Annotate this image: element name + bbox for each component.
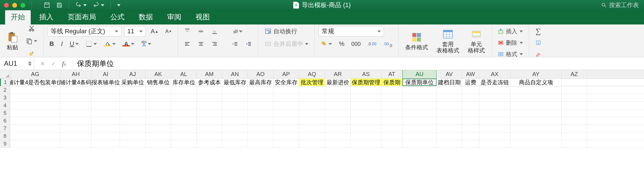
row-header[interactable]: 4 [0, 102, 10, 109]
cell[interactable] [351, 117, 381, 124]
cell[interactable] [562, 86, 587, 94]
cell[interactable] [197, 102, 222, 109]
cell[interactable] [462, 117, 479, 124]
cell[interactable]: 建档日期 [437, 79, 462, 86]
cell[interactable] [402, 140, 437, 148]
cell[interactable] [222, 117, 248, 124]
cell[interactable] [92, 140, 120, 148]
cell[interactable] [462, 109, 479, 117]
cell[interactable] [171, 102, 197, 109]
cell[interactable] [222, 132, 248, 140]
undo-button[interactable] [75, 2, 87, 8]
cell[interactable]: 运费 [462, 79, 479, 86]
align-bottom-button[interactable] [209, 26, 220, 36]
cell[interactable] [60, 102, 92, 109]
cell[interactable] [299, 140, 325, 148]
insert-cells-button[interactable]: 插入 [496, 26, 525, 36]
paste-button[interactable]: 粘贴 [4, 31, 21, 51]
cell[interactable]: 最低库存 [222, 79, 248, 86]
cell[interactable] [248, 102, 273, 109]
cell[interactable]: 辅计量4条码 [60, 79, 92, 86]
column-header[interactable]: AR [325, 70, 351, 78]
cell[interactable] [171, 117, 197, 124]
cell[interactable] [325, 102, 351, 109]
cell[interactable] [510, 86, 562, 94]
cell[interactable] [381, 132, 402, 140]
spreadsheet-grid[interactable]: AGAHAIAJAKALAMANAOAPAQARASATAUAVAWAXAYAZ… [0, 70, 644, 148]
cell[interactable] [171, 109, 197, 117]
cell[interactable] [510, 125, 562, 132]
tab-insert[interactable]: 插入 [34, 10, 59, 24]
cell[interactable] [510, 117, 562, 124]
cell[interactable] [402, 109, 437, 117]
enter-formula-button[interactable]: ✓ [51, 60, 56, 67]
row-header[interactable]: 9 [0, 140, 10, 148]
cell[interactable] [273, 102, 299, 109]
cell[interactable] [381, 94, 402, 101]
cell[interactable] [171, 132, 197, 140]
cell[interactable] [562, 117, 587, 124]
cell[interactable] [120, 140, 146, 148]
cell[interactable] [479, 125, 510, 132]
cell[interactable] [10, 102, 60, 109]
cell[interactable] [197, 132, 222, 140]
close-window-button[interactable] [4, 3, 9, 8]
cell[interactable] [381, 117, 402, 124]
cell[interactable] [10, 125, 60, 132]
column-header[interactable]: AK [146, 70, 171, 78]
row-header[interactable]: 3 [0, 94, 10, 101]
cell[interactable]: 保质期管理 [351, 79, 381, 86]
cell[interactable] [222, 140, 248, 148]
minimize-window-button[interactable] [12, 3, 17, 8]
cell[interactable] [273, 132, 299, 140]
number-format-combo[interactable]: 常规 [319, 26, 384, 36]
cell[interactable] [273, 94, 299, 101]
cell[interactable] [273, 86, 299, 94]
cell[interactable] [351, 125, 381, 132]
cell[interactable] [462, 125, 479, 132]
accounting-format-button[interactable] [319, 39, 334, 49]
cell[interactable]: 安全库存 [273, 79, 299, 86]
cell[interactable] [222, 125, 248, 132]
merge-center-button[interactable]: 合并后居中 [262, 39, 310, 49]
cell[interactable]: 采购单位 [120, 79, 146, 86]
cell[interactable] [562, 125, 587, 132]
customize-qat-button[interactable] [117, 4, 121, 6]
cell[interactable]: 参考成本 [197, 79, 222, 86]
cell[interactable] [120, 94, 146, 101]
delete-cells-button[interactable]: 删除 [496, 38, 525, 48]
cell[interactable] [248, 117, 273, 124]
cell[interactable] [437, 140, 462, 148]
cell[interactable] [299, 94, 325, 101]
cell[interactable]: 最高库存 [248, 79, 273, 86]
autosum-button[interactable]: ∑ [533, 26, 543, 36]
cell[interactable] [381, 125, 402, 132]
cell[interactable] [10, 117, 60, 124]
tab-review[interactable]: 审阅 [161, 10, 187, 24]
increase-indent-button[interactable] [243, 39, 254, 49]
cell[interactable] [510, 109, 562, 117]
cell[interactable] [462, 132, 479, 140]
cell[interactable] [222, 109, 248, 117]
tab-home[interactable]: 开始 [5, 10, 31, 24]
cell[interactable] [222, 94, 248, 101]
cell[interactable] [248, 109, 273, 117]
cell[interactable] [437, 109, 462, 117]
comma-format-button[interactable]: 000 [349, 39, 363, 49]
orientation-button[interactable]: ab [230, 26, 244, 36]
cell[interactable] [325, 86, 351, 94]
cell[interactable] [299, 102, 325, 109]
column-header[interactable]: AP [273, 70, 299, 78]
cell[interactable] [248, 140, 273, 148]
cell[interactable] [171, 140, 197, 148]
cell[interactable] [171, 125, 197, 132]
cell[interactable] [248, 86, 273, 94]
column-header[interactable]: AV [437, 70, 462, 78]
font-name-combo[interactable]: 等线 Regular (正文) [47, 26, 121, 36]
cell[interactable] [60, 109, 92, 117]
save-icon[interactable] [56, 2, 63, 8]
column-header[interactable]: AQ [299, 70, 325, 78]
cell[interactable] [402, 94, 437, 101]
decrease-indent-button[interactable] [230, 39, 240, 49]
conditional-formatting-button[interactable]: 条件格式 [402, 31, 431, 51]
